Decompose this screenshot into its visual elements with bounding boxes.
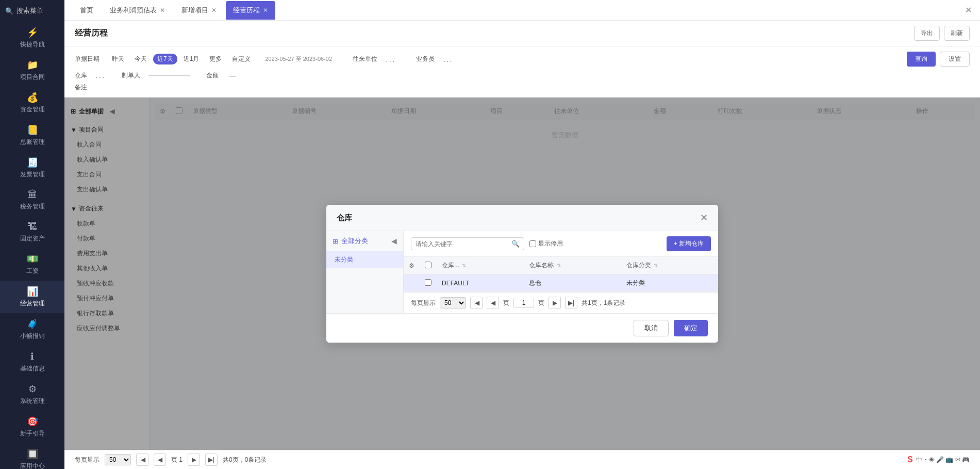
confirm-button[interactable]: 确定 (674, 320, 708, 336)
add-warehouse-label: 新增仓库 (679, 240, 704, 247)
modal-select-all[interactable] (425, 262, 431, 268)
modal-pagination: 每页显示 50 100 |◀ ◀ 页 页 ▶ ▶| (404, 292, 718, 313)
sidebar-item-fund[interactable]: 💰 资金管理 (0, 87, 64, 119)
sidebar-item-marketing[interactable]: 🧳 小畅报销 (0, 313, 64, 346)
category-panel: ⊞ 全部分类 ◀ 未分类 (326, 231, 404, 313)
date-btn-more[interactable]: 更多 (205, 54, 226, 64)
date-filter-label: 单据日期 (75, 55, 99, 63)
sidebar-item-quick-nav[interactable]: ⚡ 快捷导航 (0, 22, 64, 54)
sidebar-search[interactable]: 🔍 搜索菜单 (0, 0, 64, 22)
refresh-button[interactable]: 刷新 (944, 26, 970, 41)
cancel-button[interactable]: 取消 (634, 320, 669, 336)
td-check (420, 274, 437, 292)
modal-title: 仓库 (337, 213, 352, 223)
sidebar-item-tax[interactable]: 🏛 税务管理 (0, 184, 64, 216)
modal-overlay: 仓库 ✕ ⊞ 全部分类 ◀ 未分类 (64, 98, 980, 450)
app-icon: 🔲 (27, 448, 38, 460)
sidebar-item-app-center[interactable]: 🔲 应用中心 (0, 443, 64, 469)
status-per-page-select[interactable]: 50 100 (105, 454, 131, 465)
tab-home[interactable]: 首页 (73, 1, 101, 20)
date-btn-yesterday[interactable]: 昨天 (108, 54, 128, 64)
modal-table: ⚙ 仓库... ⇅ 仓库名称 ⇅ (404, 257, 718, 292)
sort-arrows-code: ⇅ (462, 263, 466, 268)
category-collapse-button[interactable]: ◀ (391, 237, 397, 245)
tab-new-project[interactable]: 新增项目 ✕ (174, 1, 224, 20)
show-disabled-checkbox[interactable] (529, 240, 536, 247)
page-next-btn[interactable]: ▶ (549, 297, 561, 309)
sidebar-item-label: 税务管理 (20, 202, 45, 211)
filter-area: 单据日期 昨天 今天 近7天 近1月 更多 自定义 2023-05-27 至 2… (64, 46, 980, 98)
partner-label: 往来单位 (353, 55, 377, 63)
date-btn-7days[interactable]: 近7天 (153, 54, 177, 64)
sidebar-item-label: 资金管理 (20, 105, 45, 114)
tab-new-project-label: 新增项目 (181, 6, 208, 15)
main-close-button[interactable]: ✕ (965, 5, 972, 15)
filter-row-1: 单据日期 昨天 今天 近7天 近1月 更多 自定义 2023-05-27 至 2… (75, 52, 970, 67)
salesperson-label: 业务员 (416, 55, 435, 63)
page-prev-btn[interactable]: ◀ (487, 297, 499, 309)
tab-new-project-close[interactable]: ✕ (211, 7, 217, 14)
category-unclassified[interactable]: 未分类 (326, 251, 403, 268)
status-icons: 中・◈ 🎤 📺 ✉ 🎮 (916, 456, 970, 464)
show-disabled-label[interactable]: 显示停用 (529, 239, 563, 248)
tab-bar: 首页 业务利润预估表 ✕ 新增项目 ✕ 经营历程 ✕ ✕ (64, 0, 980, 21)
sidebar-item-label: 快捷导航 (20, 40, 45, 49)
partner-dots[interactable]: ... (386, 55, 395, 64)
guide-icon: 🎯 (27, 416, 38, 427)
row-checkbox-1[interactable] (425, 279, 431, 286)
sort-arrows-category: ⇅ (654, 263, 658, 268)
page-last-btn[interactable]: ▶| (565, 297, 577, 309)
search-input[interactable] (416, 240, 508, 248)
show-disabled-text: 显示停用 (538, 239, 563, 248)
tab-business-history-close[interactable]: ✕ (263, 7, 268, 14)
export-button[interactable]: 导出 (914, 26, 940, 41)
status-bar: 每页显示 50 100 |◀ ◀ 页 1 ▶ ▶| 共0页，0条记录 S 中・◈… (64, 450, 980, 469)
tab-profit-estimate[interactable]: 业务利润预估表 ✕ (103, 1, 172, 20)
sidebar-item-fixed-assets[interactable]: 🏗 固定资产 (0, 216, 64, 248)
tab-business-history[interactable]: 经营历程 ✕ (226, 1, 275, 20)
sidebar-item-project-contract[interactable]: 📁 项目合同 (0, 54, 64, 87)
query-button[interactable]: 查询 (907, 52, 936, 67)
td-name: 总仓 (524, 274, 621, 292)
status-page-prev[interactable]: ◀ (154, 454, 166, 466)
sidebar-item-label: 经营管理 (20, 299, 45, 308)
page-actions: 导出 刷新 (914, 26, 970, 41)
page-label: 页 (503, 299, 509, 308)
sidebar-item-basic-info[interactable]: ℹ 基础信息 (0, 346, 64, 378)
date-btn-1month[interactable]: 近1月 (179, 54, 204, 64)
tab-profit-estimate-close[interactable]: ✕ (160, 7, 165, 14)
salary-icon: 💵 (27, 253, 38, 265)
sidebar-item-guide[interactable]: 🎯 新手引导 (0, 411, 64, 443)
salesperson-dots[interactable]: ... (443, 55, 453, 64)
fixed-assets-icon: 🏗 (28, 221, 37, 232)
status-page-first[interactable]: |◀ (136, 454, 148, 466)
setting-button[interactable]: 设置 (940, 52, 970, 67)
sidebar-item-label: 工资 (26, 267, 39, 276)
modal-th-name: 仓库名称 ⇅ (524, 257, 621, 274)
sidebar-item-ledger[interactable]: 📒 总账管理 (0, 119, 64, 152)
sidebar-item-invoice[interactable]: 🧾 发票管理 (0, 152, 64, 184)
basic-info-icon: ℹ (30, 351, 34, 362)
page-input[interactable] (513, 298, 534, 308)
date-buttons: 昨天 今天 近7天 近1月 更多 自定义 (108, 54, 255, 64)
sidebar-item-salary[interactable]: 💵 工资 (0, 248, 64, 281)
status-page-last[interactable]: ▶| (205, 454, 218, 466)
col-category-label: 仓库分类 (626, 262, 651, 269)
date-range: 2023-05-27 至 2023-06-02 (265, 55, 332, 63)
add-warehouse-button[interactable]: + 新增仓库 (667, 236, 711, 251)
table-row[interactable]: DEFAULT 总仓 未分类 (404, 274, 718, 292)
modal-toolbar: 🔍 显示停用 + 新增仓库 (404, 231, 718, 257)
page-first-btn[interactable]: |◀ (470, 297, 483, 309)
sidebar-item-label: 项目合同 (20, 73, 45, 82)
sidebar-item-sys-mgmt[interactable]: ⚙ 系统管理 (0, 378, 64, 411)
status-page-next[interactable]: ▶ (188, 454, 200, 466)
sidebar-item-business[interactable]: 📊 经营管理 (0, 281, 64, 313)
category-all[interactable]: ⊞ 全部分类 ◀ (326, 231, 403, 251)
warehouse-dots[interactable]: ... (95, 71, 105, 80)
date-btn-custom[interactable]: 自定义 (228, 54, 255, 64)
plus-icon: + (674, 240, 677, 247)
content-panel: 🔍 显示停用 + 新增仓库 (404, 231, 718, 313)
date-btn-today[interactable]: 今天 (130, 54, 151, 64)
per-page-select[interactable]: 50 100 (440, 297, 466, 309)
modal-close-button[interactable]: ✕ (700, 212, 708, 223)
